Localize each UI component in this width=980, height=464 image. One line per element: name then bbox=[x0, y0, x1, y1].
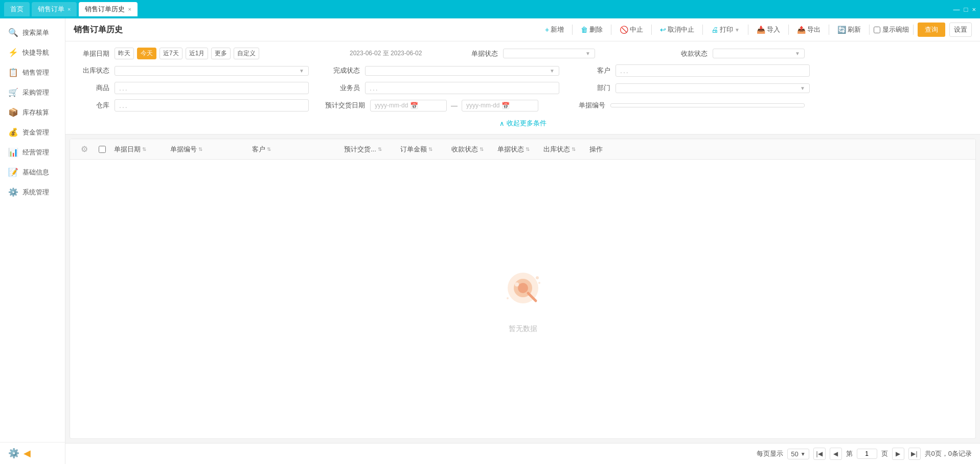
divider-2 bbox=[611, 25, 611, 35]
product-input[interactable]: ... bbox=[115, 82, 309, 94]
display-dense-checkbox[interactable]: 显示碗细 bbox=[874, 25, 909, 34]
salesperson-input[interactable]: ... bbox=[365, 82, 559, 94]
import-label: 导入 bbox=[767, 25, 780, 34]
sidebar-item-quick-nav-label: 快捷导航 bbox=[22, 48, 49, 57]
date-today-btn[interactable]: 今天 bbox=[137, 48, 156, 59]
next-page-btn[interactable]: ▶ bbox=[892, 448, 904, 460]
toolbar: + 新增 🗑 删除 🚫 中止 ↩ 取消中止 bbox=[541, 23, 972, 37]
warehouse-label: 仓库 bbox=[74, 101, 115, 110]
sidebar-item-sys-mgmt-label: 系统管理 bbox=[22, 188, 49, 197]
sidebar-item-sales-mgmt[interactable]: 📋 销售管理 bbox=[0, 62, 65, 82]
tab-sales-order[interactable]: 销售订单 × bbox=[32, 2, 77, 16]
export-button[interactable]: 📤 导出 bbox=[793, 23, 825, 36]
export-icon: 📤 bbox=[797, 26, 806, 34]
bill-number-input[interactable] bbox=[610, 103, 805, 107]
refresh-label: 刷新 bbox=[848, 25, 861, 34]
per-page-label: 每页显示 bbox=[757, 449, 783, 458]
maximize-btn[interactable]: □ bbox=[964, 6, 968, 13]
collapse-row[interactable]: ∧ 收起更多条件 bbox=[74, 117, 972, 128]
bill-status-select[interactable]: ▼ bbox=[503, 49, 656, 58]
th-bill-number[interactable]: 单据编号 ⇅ bbox=[166, 145, 248, 154]
bill-status-arrow: ▼ bbox=[585, 51, 590, 56]
tab-home[interactable]: 首页 bbox=[4, 2, 30, 16]
sidebar-bottom: ⚙️ ◀ bbox=[0, 442, 65, 464]
sidebar-item-search-menu[interactable]: 🔍 搜索菜单 bbox=[0, 23, 65, 42]
th-customer-label: 客户 bbox=[252, 145, 265, 154]
sidebar-item-quick-nav[interactable]: ⚡ 快捷导航 bbox=[0, 42, 65, 62]
divider-6 bbox=[788, 25, 789, 35]
th-bill-number-sort: ⇅ bbox=[198, 146, 202, 152]
last-page-btn[interactable]: ▶| bbox=[908, 448, 921, 460]
payment-status-select[interactable]: ▼ bbox=[713, 49, 866, 58]
filter-row-4: 仓库 ... 预计交货日期 yyyy-mm-dd 📅 — yyyy-mm-dd bbox=[74, 99, 972, 112]
warehouse-placeholder: ... bbox=[119, 101, 128, 109]
calendar-from-icon: 📅 bbox=[410, 102, 418, 109]
sidebar-item-fund-mgmt[interactable]: 💰 资金管理 bbox=[0, 122, 65, 142]
th-bill-status-label: 单据状态 bbox=[497, 145, 524, 154]
sidebar-item-ops-mgmt[interactable]: 📊 经营管理 bbox=[0, 142, 65, 162]
refresh-icon: 🔄 bbox=[837, 26, 846, 34]
settings-button[interactable]: 设置 bbox=[949, 23, 972, 37]
complete-status-arrow: ▼ bbox=[550, 68, 555, 74]
date-custom-btn[interactable]: 自定义 bbox=[234, 48, 259, 59]
prev-page-btn[interactable]: ◀ bbox=[830, 448, 842, 460]
sidebar-item-sys-mgmt[interactable]: ⚙️ 系统管理 bbox=[0, 182, 65, 202]
product-label: 商品 bbox=[74, 83, 115, 93]
complete-status-dropdown[interactable]: ▼ bbox=[365, 66, 559, 76]
th-delivery-status[interactable]: 出库状态 ⇅ bbox=[539, 145, 585, 154]
sidebar-item-basic-info-label: 基础信息 bbox=[22, 168, 49, 177]
sidebar-item-inventory-calc[interactable]: 📦 库存核算 bbox=[0, 102, 65, 122]
date-last7-btn[interactable]: 近7天 bbox=[159, 48, 183, 59]
sidebar-item-inventory-calc-label: 库存核算 bbox=[22, 108, 49, 117]
sys-mgmt-icon: ⚙️ bbox=[8, 187, 18, 197]
th-ops: 操作 bbox=[585, 145, 971, 154]
bill-status-dropdown[interactable]: ▼ bbox=[503, 49, 595, 58]
th-settings[interactable]: ⚙ bbox=[74, 144, 95, 154]
stop-button[interactable]: 🚫 中止 bbox=[616, 23, 647, 36]
tab-sales-order-history[interactable]: 销售订单历史 × bbox=[79, 2, 137, 16]
select-all-checkbox[interactable] bbox=[99, 146, 106, 153]
refresh-button[interactable]: 🔄 刷新 bbox=[833, 23, 865, 36]
per-page-select[interactable]: 50 ▼ bbox=[787, 449, 809, 459]
department-dropdown[interactable]: ▼ bbox=[616, 83, 810, 93]
cancel-stop-button[interactable]: ↩ 取消中止 bbox=[656, 23, 698, 36]
delete-button[interactable]: 🗑 删除 bbox=[577, 23, 607, 36]
customer-label: 客户 bbox=[575, 66, 616, 75]
payment-status-dropdown[interactable]: ▼ bbox=[713, 49, 805, 58]
th-customer[interactable]: 客户 ⇅ bbox=[248, 145, 340, 154]
th-delivery-date-sort: ⇅ bbox=[378, 146, 382, 152]
print-arrow: ▼ bbox=[735, 27, 740, 33]
customer-input[interactable]: ... bbox=[616, 64, 810, 77]
date-last1m-btn[interactable]: 近1月 bbox=[186, 48, 209, 59]
first-page-btn[interactable]: |◀ bbox=[813, 448, 826, 460]
th-bill-status[interactable]: 单据状态 ⇅ bbox=[493, 145, 539, 154]
query-button[interactable]: 查询 bbox=[918, 23, 945, 37]
tab-sales-order-close[interactable]: × bbox=[67, 6, 71, 12]
sidebar-collapse-btn[interactable]: ◀ bbox=[24, 448, 31, 459]
tab-sales-order-history-close[interactable]: × bbox=[128, 6, 131, 12]
date-yesterday-btn[interactable]: 昨天 bbox=[115, 48, 134, 59]
delivery-date-from-input[interactable]: yyyy-mm-dd 📅 bbox=[370, 100, 447, 112]
th-order-amount[interactable]: 订单金额 ⇅ bbox=[396, 145, 447, 154]
sidebar: 🔍 搜索菜单 ⚡ 快捷导航 📋 销售管理 🛒 采购管理 📦 库存核算 💰 资金管… bbox=[0, 18, 65, 464]
delivery-date-to-input[interactable]: yyyy-mm-dd 📅 bbox=[462, 100, 538, 112]
sidebar-item-basic-info[interactable]: 📝 基础信息 bbox=[0, 162, 65, 182]
th-bill-date[interactable]: 单据日期 ⇅ bbox=[110, 145, 166, 154]
delivery-status-dropdown[interactable]: ▼ bbox=[115, 66, 309, 76]
add-button[interactable]: + 新增 bbox=[541, 23, 568, 36]
filter-row-3: 商品 ... 业务员 ... 部门 ▼ bbox=[74, 82, 972, 94]
page-number-input[interactable] bbox=[857, 449, 877, 459]
settings-gear-icon[interactable]: ⚙ bbox=[81, 144, 88, 154]
sidebar-item-purchase-mgmt[interactable]: 🛒 采购管理 bbox=[0, 82, 65, 102]
import-button[interactable]: 📥 导入 bbox=[753, 23, 784, 36]
display-dense-input[interactable] bbox=[874, 27, 880, 33]
close-btn[interactable]: × bbox=[972, 6, 976, 13]
print-button[interactable]: 🖨 打印 ▼ bbox=[707, 23, 744, 36]
department-arrow: ▼ bbox=[800, 85, 805, 91]
sidebar-settings-btn[interactable]: ⚙️ bbox=[8, 448, 19, 459]
minimize-btn[interactable]: — bbox=[953, 6, 960, 13]
date-more-btn[interactable]: 更多 bbox=[211, 48, 231, 59]
th-delivery-date[interactable]: 预计交货... ⇅ bbox=[340, 145, 396, 154]
th-payment-status[interactable]: 收款状态 ⇅ bbox=[447, 145, 493, 154]
warehouse-input[interactable]: ... bbox=[115, 99, 309, 112]
